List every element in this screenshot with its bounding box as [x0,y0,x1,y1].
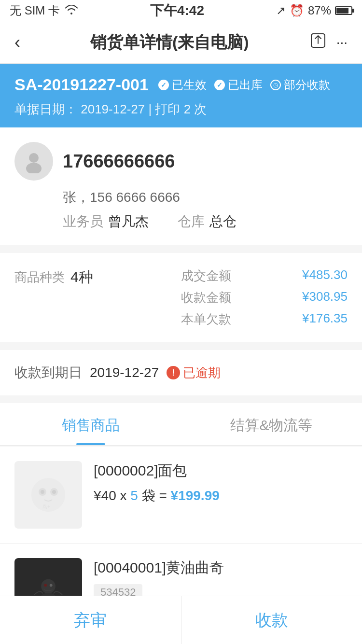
customer-section: 17666666666 张，156 6666 6666 业务员 曾凡杰 仓库 总… [0,127,362,245]
stats-left: 商品种类 4种 [14,267,181,287]
clock-icon: ◷ [270,80,281,90]
product-info-1: [0000002]面包 ¥40 x 5 袋 = ¥199.99 [94,461,348,505]
collected-label: 收款金额 [181,289,231,306]
price-value-1: ¥40 [94,488,116,503]
overdue-badge: ! 已逾期 [167,364,221,381]
debt-value: ¥176.35 [302,311,348,328]
due-date-value: 2019-12-27 [90,365,159,380]
product-type-row: 商品种类 4种 [14,267,181,287]
svg-point-6 [41,490,44,494]
customer-id: 17666666666 [63,151,175,172]
price-qty-1: 5 [130,488,138,503]
stats-section: 商品种类 4种 成交金额 ¥485.30 收款金额 ¥308.95 本单欠款 ¥… [0,253,362,342]
svg-point-10 [41,579,56,594]
status-active: ✓ 已生效 [158,77,207,93]
warehouse-meta: 仓库 总仓 [178,212,237,231]
amount-row: 成交金额 ¥485.30 [181,267,348,284]
back-button[interactable]: ‹ [14,32,20,53]
salesman-label: 业务员 [63,212,103,231]
battery-level: 87% [308,4,331,17]
warehouse-value: 总仓 [209,212,237,231]
salesman-meta: 业务员 曾凡杰 [63,212,149,231]
price-total-1: ¥199.99 [171,488,220,503]
check-icon-shipped: ✓ [214,80,225,90]
status-shipped: ✓ 已出库 [214,77,263,93]
print-count: 2 [184,102,191,116]
wifi-icon [65,4,78,17]
debt-label: 本单欠款 [181,311,231,328]
check-icon-active: ✓ [158,80,169,90]
collected-value: ¥308.95 [302,289,348,306]
due-label: 收款到期日 [14,364,82,382]
status-group: ✓ 已生效 ✓ 已出库 ◷ 部分收款 [158,77,330,93]
collect-button[interactable]: 收款 [181,596,362,644]
status-left: 无 SIM 卡 [10,3,78,18]
tabs-section: 销售商品 结算&物流等 [0,403,362,446]
salesman-value: 曾凡杰 [108,212,149,231]
svg-text:鸟+: 鸟+ [42,504,50,509]
nav-actions: ··· [309,32,348,53]
status-bar: 无 SIM 卡 下午4:42 ↗ ⏰ 87% [0,0,362,21]
collected-row: 收款金额 ¥308.95 [181,289,348,306]
price-unit-1: 袋 [142,488,155,503]
svg-point-1 [29,153,39,163]
status-right: ↗ ⏰ 87% [276,4,352,17]
amount-label: 成交金额 [181,267,231,284]
reject-button[interactable]: 弃审 [0,596,181,644]
location-icon: ↗ [276,4,286,17]
svg-point-12 [50,584,53,587]
status-partial: ◷ 部分收款 [270,77,330,93]
alarm-icon: ⏰ [290,4,304,17]
print-separator: | 打印 [148,102,183,116]
bottom-bar: 弃审 收款 [0,596,362,644]
product-type-value: 4种 [70,267,93,287]
svg-point-11 [44,584,47,587]
nav-bar: ‹ 销货单详情(来自电脑) ··· [0,21,362,64]
product-price-1: ¥40 x 5 袋 = ¥199.99 [94,487,348,505]
product-name-2: [00040001]黄油曲奇 [94,558,348,578]
customer-row: 17666666666 [14,142,348,181]
share-button[interactable] [309,32,327,53]
banner-row1: SA-20191227-001 ✓ 已生效 ✓ 已出库 ◷ 部分收款 [14,75,348,94]
header-banner: SA-20191227-001 ✓ 已生效 ✓ 已出库 ◷ 部分收款 单据日期：… [0,64,362,127]
amount-value: ¥485.30 [302,267,348,284]
overdue-icon: ! [167,366,180,379]
avatar [14,142,53,181]
customer-meta: 业务员 曾凡杰 仓库 总仓 [14,212,348,231]
date-label: 单据日期： [14,102,77,116]
stats-right: 成交金额 ¥485.30 收款金额 ¥308.95 本单欠款 ¥176.35 [181,267,348,328]
order-date: 2019-12-27 [81,102,145,116]
svg-point-7 [52,490,56,494]
order-id: SA-20191227-001 [14,75,149,94]
banner-date-row: 单据日期： 2019-12-27 | 打印 2 次 [14,101,348,118]
status-time: 下午4:42 [150,1,204,20]
warehouse-label: 仓库 [178,212,205,231]
product-item: 鸟+ [0000002]面包 ¥40 x 5 袋 = ¥199.99 [0,447,362,544]
svg-point-2 [26,163,42,173]
due-section: 收款到期日 2019-12-27 ! 已逾期 [0,350,362,395]
overdue-text: 已逾期 [183,364,221,381]
product-name-1: [0000002]面包 [94,461,348,481]
print-suffix: 次 [194,102,207,116]
customer-name-phone: 张，156 6666 6666 [14,188,348,207]
page-title: 销货单详情(来自电脑) [30,31,309,54]
more-button[interactable]: ··· [336,35,348,50]
product-image-1: 鸟+ [14,461,82,529]
tab-products[interactable]: 销售商品 [0,403,181,445]
battery-icon [335,6,352,15]
tab-settlement[interactable]: 结算&物流等 [181,403,362,445]
no-sim-label: 无 SIM 卡 [10,3,60,18]
product-type-label: 商品种类 [14,269,65,286]
debt-row: 本单欠款 ¥176.35 [181,311,348,328]
